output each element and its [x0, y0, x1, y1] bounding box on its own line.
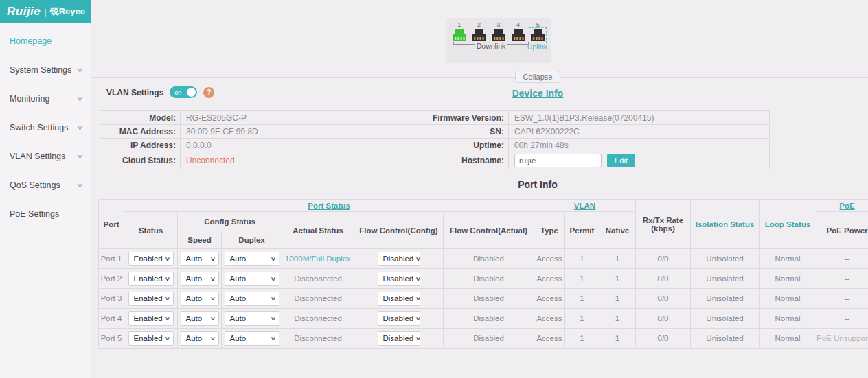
- sidebar-item-homepage[interactable]: Homepage ∨: [0, 27, 91, 56]
- status-select[interactable]: Enabled ∨: [128, 292, 174, 306]
- speed-select[interactable]: Auto ∨: [181, 311, 219, 326]
- brand-reyee: 锐Reyee: [50, 5, 85, 18]
- actual-status-value: Disconnected: [282, 309, 354, 329]
- port-diagram-panel: 1 2 3: [446, 18, 551, 63]
- sidebar-item-vlan-settings[interactable]: VLAN Settings ∨: [0, 142, 91, 171]
- port-label: Port 4: [99, 309, 124, 329]
- col-header-speed: Speed: [178, 231, 222, 249]
- speed-select[interactable]: Auto ∨: [181, 331, 219, 346]
- vlan-permit-value: 1: [565, 309, 599, 329]
- status-select[interactable]: Enabled ∨: [128, 311, 174, 326]
- vlan-type-value: Access: [534, 329, 565, 349]
- speed-select[interactable]: Auto ∨: [181, 272, 219, 286]
- flow-control-select[interactable]: Disabled ∨: [378, 331, 420, 346]
- chevron-down-icon: ∨: [209, 316, 216, 322]
- model-value: RG-ES205GC-P: [181, 111, 426, 125]
- sidebar-item-system-settings[interactable]: System Settings ∨: [0, 56, 91, 84]
- poe-power-value: --: [816, 249, 868, 269]
- speed-select[interactable]: Auto ∨: [181, 292, 219, 306]
- isolation-status-value: Unisolated: [691, 309, 760, 329]
- duplex-select[interactable]: Auto ∨: [225, 272, 279, 286]
- chevron-down-icon: ∨: [209, 335, 216, 342]
- status-select[interactable]: Enabled ∨: [128, 252, 174, 266]
- vlan-type-value: Access: [534, 249, 565, 269]
- chevron-down-icon: ∨: [415, 316, 422, 322]
- hostname-input[interactable]: [514, 154, 602, 167]
- device-info-table: Model: RG-ES205GC-P Firmware Version: ES…: [100, 110, 770, 169]
- chevron-down-icon: ∨: [77, 124, 83, 131]
- cloud-status-label: Cloud Status:: [100, 152, 181, 169]
- status-select[interactable]: Enabled ∨: [128, 272, 174, 286]
- rate-value: 0/0: [636, 269, 691, 289]
- chevron-down-icon: ∨: [270, 276, 276, 282]
- loop-status-value: Normal: [760, 289, 816, 309]
- flow-control-select[interactable]: Disabled ∨: [378, 311, 420, 326]
- header-divider: [91, 77, 868, 78]
- sn-value: CAPL62X00222C: [509, 125, 770, 139]
- flow-control-actual-value: Disabled: [444, 289, 534, 309]
- duplex-select[interactable]: Auto ∨: [225, 311, 279, 326]
- chevron-down-icon: ∨: [164, 256, 170, 262]
- sidebar-item-poe-settings[interactable]: PoE Settings ∨: [0, 200, 91, 228]
- flow-control-select[interactable]: Disabled ∨: [378, 272, 420, 286]
- ethernet-port-icon[interactable]: [530, 29, 545, 42]
- uplink-label: Uplink: [527, 43, 547, 51]
- flow-control-select[interactable]: Disabled ∨: [378, 252, 420, 266]
- flow-control-actual-value: Disabled: [444, 269, 534, 289]
- device-info-title: Device Info: [91, 88, 868, 99]
- vlan-type-value: Access: [534, 289, 565, 309]
- chevron-down-icon: ∨: [415, 335, 422, 342]
- col-header-vlan: VLAN: [534, 200, 636, 212]
- duplex-select[interactable]: Auto ∨: [225, 331, 279, 346]
- ethernet-port-icon[interactable]: [452, 29, 467, 42]
- flow-control-select[interactable]: Disabled ∨: [378, 292, 420, 306]
- duplex-select[interactable]: Auto ∨: [225, 292, 279, 306]
- sidebar-item-monitoring[interactable]: Monitoring ∨: [0, 84, 91, 113]
- ethernet-port-icon[interactable]: [491, 29, 506, 42]
- port-table-row: Port 2 Enabled ∨ Auto ∨ Auto ∨ Disconnec…: [99, 269, 868, 289]
- sidebar-item-qos-settings[interactable]: QoS Settings ∨: [0, 171, 91, 200]
- port-number: 5: [536, 21, 540, 29]
- loop-status-value: Normal: [760, 269, 816, 289]
- edit-hostname-button[interactable]: Edit: [607, 154, 635, 167]
- uptime-label: Uptime:: [426, 139, 509, 152]
- model-label: Model:: [100, 111, 181, 125]
- chevron-down-icon: ∨: [77, 182, 83, 189]
- vlan-native-value: 1: [599, 329, 636, 349]
- vlan-permit-value: 1: [565, 249, 599, 269]
- chevron-down-icon: ∨: [415, 276, 422, 282]
- actual-status-value: Disconnected: [282, 269, 354, 289]
- port-table-row: Port 4 Enabled ∨ Auto ∨ Auto ∨ Disconnec…: [99, 309, 868, 329]
- flow-control-actual-value: Disabled: [444, 329, 534, 349]
- col-header-isolation: Isolation Status: [691, 200, 760, 249]
- col-header-loop: Loop Status: [760, 200, 816, 249]
- loop-status-value: Normal: [760, 309, 816, 329]
- cloud-status-value: Unconnected: [181, 152, 426, 169]
- col-header-poe: PoE: [816, 200, 868, 212]
- chevron-down-icon: ∨: [415, 296, 422, 302]
- isolation-status-value: Unisolated: [691, 249, 760, 269]
- downlink-label: Downlink: [475, 42, 507, 50]
- chevron-down-icon: ∨: [77, 153, 83, 160]
- device-info-row: Model: RG-ES205GC-P Firmware Version: ES…: [100, 111, 770, 125]
- rate-value: 0/0: [636, 249, 691, 269]
- vlan-native-value: 1: [599, 289, 636, 309]
- ethernet-port-icon[interactable]: [511, 29, 526, 42]
- col-header-poe-power: PoE Power: [816, 212, 868, 249]
- vlan-native-value: 1: [599, 269, 636, 289]
- port-table-row: Port 5 Enabled ∨ Auto ∨ Auto ∨ Disconnec…: [99, 329, 868, 349]
- sidebar-item-switch-settings[interactable]: Switch Settings ∨: [0, 113, 91, 142]
- chevron-down-icon: ∨: [209, 276, 216, 282]
- rate-value: 0/0: [636, 329, 691, 349]
- status-select[interactable]: Enabled ∨: [128, 331, 174, 346]
- ethernet-port-icon[interactable]: [471, 29, 486, 42]
- duplex-select[interactable]: Auto ∨: [225, 252, 279, 266]
- speed-select[interactable]: Auto ∨: [181, 252, 219, 266]
- main-content: 1 2 3: [91, 0, 868, 378]
- collapse-button[interactable]: Collapse: [515, 71, 560, 83]
- device-info-row: MAC Address: 30:0D:9E:CF:99:8D SN: CAPL6…: [100, 125, 770, 139]
- brand-divider: |: [44, 7, 46, 17]
- col-header-status: Status: [124, 212, 178, 249]
- port-label: Port 5: [99, 329, 124, 349]
- actual-status-value: Disconnected: [282, 289, 354, 309]
